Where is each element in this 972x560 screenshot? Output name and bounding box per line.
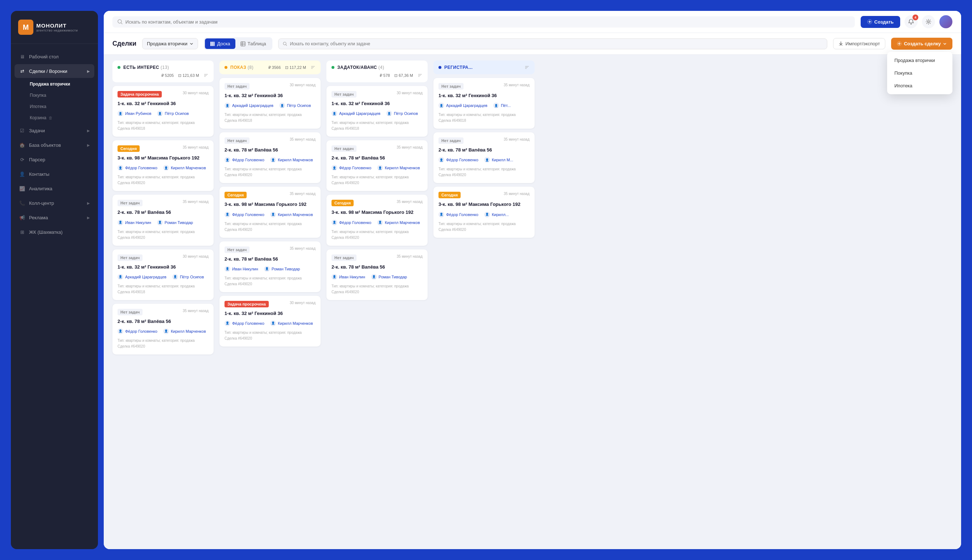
dropdown-item-purchase[interactable]: Покупка (889, 67, 950, 79)
view-toggle: Доска Таблица (204, 37, 272, 50)
avatar[interactable] (939, 15, 952, 28)
sidebar-item-mortgage[interactable]: Ипотека (25, 101, 94, 112)
sidebar-item-objects[interactable]: 🏠 База объектов ▶ (15, 138, 94, 152)
sidebar-label-analytics: Аналитика (29, 186, 52, 192)
global-search-input[interactable] (125, 19, 850, 25)
kanban-card[interactable]: Нет задач 35 минут назад 2-к. кв. 78 м² … (326, 140, 428, 191)
sidebar-item-tasks[interactable]: ☑ Задачи ▶ (15, 123, 94, 137)
column-title-registration: РЕГИСТРА... (444, 65, 473, 70)
kanban-card[interactable]: Нет задач 35 минут назад 2-к. кв. 78 м² … (219, 242, 321, 292)
sidebar-item-analytics[interactable]: 📈 Аналитика (15, 182, 94, 195)
task-badge: Задача просрочена (224, 301, 269, 307)
agent-2: 👤 Кирилл Марченков (163, 328, 206, 334)
import-export-button[interactable]: Импорт/экспорт (833, 38, 885, 49)
agent2-icon: 👤 (377, 165, 383, 171)
notification-badge: 4 (912, 15, 919, 20)
agent-1: 👤 Фёдор Головенко (117, 165, 157, 171)
logo-icon: M (18, 20, 33, 35)
card-type: Тип: квартиры и комнаты; категория: прод… (331, 283, 423, 289)
global-search[interactable] (112, 16, 855, 28)
tab-board[interactable]: Доска (205, 38, 235, 49)
sort-icon[interactable] (204, 73, 209, 78)
kanban-card[interactable]: Сегодня 35 минут назад 3-к. кв. 98 м² Ма… (326, 195, 428, 245)
task-badge: Нет задач (331, 145, 357, 152)
tab-table[interactable]: Таблица (235, 38, 271, 49)
tasks-icon: ☑ (19, 127, 25, 134)
agent1-icon: 👤 (439, 212, 444, 217)
task-badge: Нет задач (117, 200, 142, 206)
sidebar-item-contacts[interactable]: 👤 Контакты (15, 167, 94, 181)
card-meta: Тип: квартиры и комнаты; категория: прод… (331, 229, 423, 241)
notifications-button[interactable]: 4 (905, 15, 918, 28)
sidebar-item-ads[interactable]: 📢 Реклама ▶ (15, 211, 94, 224)
sidebar-label-jk: ЖК (Шахматка) (29, 230, 63, 235)
pipeline-selector[interactable]: Продажа вторички (142, 38, 198, 49)
deals-search-input[interactable] (290, 41, 823, 47)
mortgage-label: Ипотека (30, 104, 47, 109)
kanban-card[interactable]: Сегодня 35 минут назад 3-к. кв. 98 м² Ма… (219, 187, 321, 237)
kanban-card[interactable]: Нет задач 30 минут назад 1-к. кв. 32 м² … (219, 78, 321, 129)
sidebar-item-workspace[interactable]: 🖥 Рабочий стол (15, 50, 94, 63)
create-deal-button[interactable]: Создать сделку (891, 38, 952, 50)
card-header: Нет задач 35 минут назад (331, 255, 423, 261)
kanban-card[interactable]: Нет задач 35 минут назад 2-к. кв. 78 м² … (326, 249, 428, 300)
kanban-card[interactable]: Нет задач 35 минут назад 2-к. кв. 78 м² … (433, 132, 534, 183)
sidebar-item-callcenter[interactable]: 📞 Колл-центр ▶ (15, 196, 94, 210)
agent-2: 👤 Роман Тиводар (371, 274, 407, 280)
card-time: 35 минут назад (504, 192, 529, 196)
sort-icon[interactable] (311, 65, 316, 70)
deals-search[interactable] (278, 38, 827, 49)
agent1-icon: 👤 (331, 165, 337, 171)
column-header-interest[interactable]: ЕСТЬ ИНТЕРЕС (13) ₽ 5205 ⊡ 121,63 М (112, 60, 214, 82)
sidebar-item-parser[interactable]: ⟳ Парсер (15, 153, 94, 167)
logo-title: МОНОЛИТ (36, 22, 78, 28)
card-meta: Тип: квартиры и комнаты; категория: прод… (117, 283, 209, 295)
kanban-card[interactable]: Нет задач 30 минут назад 1-к. кв. 32 м² … (326, 86, 428, 137)
sort-icon[interactable] (524, 65, 529, 70)
sidebar-item-jk[interactable]: ⊞ ЖК (Шахматка) (15, 225, 94, 239)
dropdown-item-sale[interactable]: Продажа вторички (889, 54, 950, 67)
agent2-icon: 👤 (493, 103, 499, 108)
col-area-interest: ⊡ 121,63 М (178, 73, 199, 78)
create-deal-dropdown: Продажа вторички Покупка Ипотека (887, 52, 952, 94)
kanban-card[interactable]: Задача просрочена 30 минут назад 1-к. кв… (112, 86, 214, 137)
settings-button[interactable] (922, 15, 935, 28)
column-header-registration[interactable]: РЕГИСТРА... (433, 60, 534, 74)
agent-2: 👤 Кирилл Марченков (377, 220, 420, 225)
kanban-card[interactable]: Нет задач 35 минут назад 2-к. кв. 78 м² … (219, 132, 321, 183)
kanban-card[interactable]: Нет задач 30 минут назад 1-к. кв. 32 м² … (112, 249, 214, 300)
agent2-icon: 👤 (163, 328, 169, 334)
create-main-button[interactable]: Создать (861, 16, 900, 28)
column-header-deposit[interactable]: ЗАДАТОК/АВАНС (4) ₽ 578 ⊡ 67,36 М (326, 60, 428, 82)
sidebar-label-objects: База объектов (29, 142, 61, 148)
sidebar-item-sale-secondary[interactable]: Продажа вторички (25, 78, 94, 90)
agent2-name: Кирилл Марченков (385, 166, 420, 170)
sidebar-item-trash[interactable]: Корзина 🗑 (25, 112, 94, 123)
kanban-card[interactable]: Задача просрочена 30 минут назад 1-к. кв… (219, 296, 321, 347)
task-badge: Нет задач (439, 137, 464, 144)
card-deal: Сделка #649020 (117, 180, 209, 186)
agent-2: 👤 Кирилл... (484, 212, 509, 217)
sidebar-item-purchase[interactable]: Покупка (25, 90, 94, 101)
agent1-icon: 👤 (331, 274, 337, 280)
card-title: 2-к. кв. 78 м² Ваněва 56 (224, 256, 316, 262)
tasks-chevron-icon: ▶ (87, 129, 90, 133)
kanban-card[interactable]: Сегодня 35 минут назад 3-к. кв. 98 м² Ма… (112, 140, 214, 191)
col-indicator-showing (224, 66, 227, 69)
dropdown-item-mortgage[interactable]: Ипотека (889, 79, 950, 92)
sidebar-item-deals[interactable]: ⇄ Сделки / Воронки ▶ (15, 64, 94, 78)
sort-icon[interactable] (418, 73, 423, 78)
column-header-showing[interactable]: ПОКАЗ (8) ₽ 3566 ⊡ 117,22 М (219, 60, 321, 74)
kanban-card[interactable]: Нет задач 35 минут назад 1-к. кв. 32 м² … (433, 78, 534, 129)
main-content: Создать 4 (104, 11, 961, 549)
kanban-card[interactable]: Нет задач 35 минут назад 2-к. кв. 78 м² … (112, 304, 214, 355)
agent2-name: Кирилл... (492, 212, 509, 217)
card-agents: 👤 Фёдор Головенко 👤 Кирилл Марченков (224, 157, 316, 163)
card-time: 30 минут назад (290, 83, 316, 87)
card-header: Нет задач 35 минут назад (439, 137, 529, 144)
agent-1: 👤 Аркадий Цараградцев (331, 110, 381, 117)
card-agents: 👤 Фёдор Головенко 👤 Кирилл Марченков (331, 165, 423, 171)
kanban-card[interactable]: Сегодня 35 минут назад 3-к. кв. 98 м² Ма… (433, 187, 534, 237)
col-money-interest: ₽ 5205 (161, 73, 174, 78)
kanban-card[interactable]: Нет задач 35 минут назад 2-к. кв. 78 м² … (112, 195, 214, 245)
